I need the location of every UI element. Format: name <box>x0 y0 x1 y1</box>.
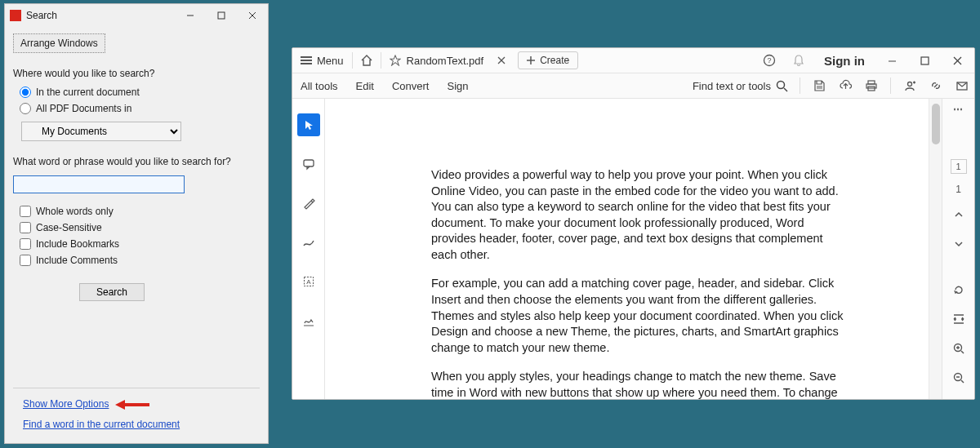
annotation-arrow-icon <box>115 399 151 410</box>
svg-rect-25 <box>304 160 314 166</box>
search-input[interactable] <box>13 175 185 193</box>
show-more-options-link[interactable]: Show More Options <box>23 398 109 410</box>
textbox-tool[interactable]: A <box>297 270 320 293</box>
acrobat-toolbar: All tools Edit Convert Sign Find text or… <box>292 73 974 99</box>
acro-minimize-button[interactable] <box>876 48 907 73</box>
star-icon <box>390 55 401 66</box>
hamburger-icon <box>301 56 312 64</box>
maximize-button[interactable] <box>206 4 237 27</box>
search-button[interactable]: Search <box>79 283 145 301</box>
link-button[interactable] <box>929 78 943 93</box>
document-page: Video provides a powerful way to help yo… <box>325 99 929 399</box>
page-number-input[interactable]: 1 <box>951 159 967 174</box>
acro-close-button[interactable] <box>942 48 973 73</box>
svg-point-16 <box>777 81 785 88</box>
acrobat-main: A Video provides a powerful way to help … <box>292 99 974 399</box>
help-button[interactable]: ? <box>755 54 783 67</box>
svg-marker-5 <box>115 400 125 410</box>
svg-point-21 <box>908 82 912 86</box>
radio-current-document[interactable]: In the current document <box>20 86 260 98</box>
svg-line-32 <box>961 351 964 353</box>
minimize-button[interactable] <box>175 4 206 27</box>
divider <box>13 388 260 388</box>
comment-tool[interactable] <box>297 153 320 175</box>
save-button[interactable] <box>812 78 826 93</box>
acrobat-icon <box>10 10 21 21</box>
email-button[interactable] <box>955 78 969 93</box>
paragraph-3: When you apply styles, your headings cha… <box>431 369 847 399</box>
tab-sign[interactable]: Sign <box>447 80 468 92</box>
arrange-windows-button[interactable]: Arrange Windows <box>13 33 105 53</box>
menu-label: Menu <box>317 55 344 67</box>
vertical-scrollbar[interactable] <box>929 99 942 399</box>
find-text-button[interactable]: Find text or tools <box>693 80 788 92</box>
svg-line-36 <box>961 380 964 383</box>
tab-edit[interactable]: Edit <box>356 80 374 92</box>
paragraph-1: Video provides a powerful way to help yo… <box>431 167 847 263</box>
radio-all-pdf[interactable]: All PDF Documents in <box>20 103 260 114</box>
svg-rect-13 <box>921 57 929 64</box>
search-window: Search Arrange Windows Where would you l… <box>4 3 269 444</box>
acrobat-window: Menu RandomText.pdf Create ? Sign in <box>292 47 975 400</box>
close-button[interactable] <box>237 4 268 27</box>
radio-all-pdf-label: All PDF Documents in <box>36 103 131 114</box>
share-button[interactable] <box>902 78 917 93</box>
phrase-label: What word or phrase would you like to se… <box>13 156 260 167</box>
radio-current-document-label: In the current document <box>36 86 140 98</box>
zoom-in-button[interactable] <box>949 339 969 358</box>
radio-current-document-input[interactable] <box>20 86 31 98</box>
svg-text:A: A <box>306 278 311 286</box>
search-titlebar: Search <box>5 4 268 27</box>
print-button[interactable] <box>864 78 879 93</box>
document-tab[interactable]: RandomText.pdf <box>381 48 492 73</box>
home-button[interactable] <box>353 48 381 73</box>
find-word-link[interactable]: Find a word in the current document <box>23 419 180 430</box>
signin-button[interactable]: Sign in <box>814 54 875 68</box>
right-rail: ⋯ 1 1 <box>942 99 974 399</box>
select-tool[interactable] <box>297 113 320 136</box>
where-search-label: Where would you like to search? <box>13 68 260 79</box>
svg-line-17 <box>784 88 787 91</box>
draw-tool[interactable] <box>297 231 320 254</box>
left-tool-rail: A <box>292 99 325 399</box>
notifications-button[interactable] <box>785 54 813 67</box>
create-button[interactable]: Create <box>518 51 578 69</box>
scrollbar-thumb[interactable] <box>932 104 940 144</box>
search-title: Search <box>26 10 175 21</box>
radio-all-pdf-input[interactable] <box>20 103 31 114</box>
folder-select[interactable]: My Documents <box>21 122 181 141</box>
tab-label: RandomText.pdf <box>407 55 484 67</box>
zoom-out-button[interactable] <box>949 368 969 388</box>
chk-whole-words[interactable]: Whole words only <box>20 206 260 217</box>
tab-all-tools[interactable]: All tools <box>301 80 338 92</box>
more-options-button[interactable]: ⋯ <box>953 104 964 115</box>
plus-icon <box>527 56 535 64</box>
page-up-button[interactable] <box>949 205 969 224</box>
svg-text:?: ? <box>767 56 771 64</box>
cloud-upload-button[interactable] <box>838 78 853 93</box>
chk-include-comments[interactable]: Include Comments <box>20 255 260 266</box>
acro-maximize-button[interactable] <box>909 48 940 73</box>
tab-close-button[interactable] <box>492 56 511 64</box>
chk-include-bookmarks[interactable]: Include Bookmarks <box>20 238 260 250</box>
chk-case-sensitive[interactable]: Case-Sensitive <box>20 222 260 233</box>
page-down-button[interactable] <box>949 234 969 254</box>
document-area: Video provides a powerful way to help yo… <box>325 99 942 399</box>
page-total: 1 <box>956 184 961 195</box>
highlight-tool[interactable] <box>297 192 320 215</box>
signature-tool[interactable] <box>297 309 320 332</box>
menu-button[interactable]: Menu <box>292 48 352 73</box>
acrobat-titlebar: Menu RandomText.pdf Create ? Sign in <box>292 48 974 73</box>
svg-rect-1 <box>218 12 225 19</box>
search-icon <box>776 80 788 92</box>
fit-width-button[interactable] <box>949 309 969 329</box>
paragraph-2: For example, you can add a matching cove… <box>431 276 847 356</box>
tab-convert[interactable]: Convert <box>392 80 430 92</box>
rotate-button[interactable] <box>949 280 969 299</box>
